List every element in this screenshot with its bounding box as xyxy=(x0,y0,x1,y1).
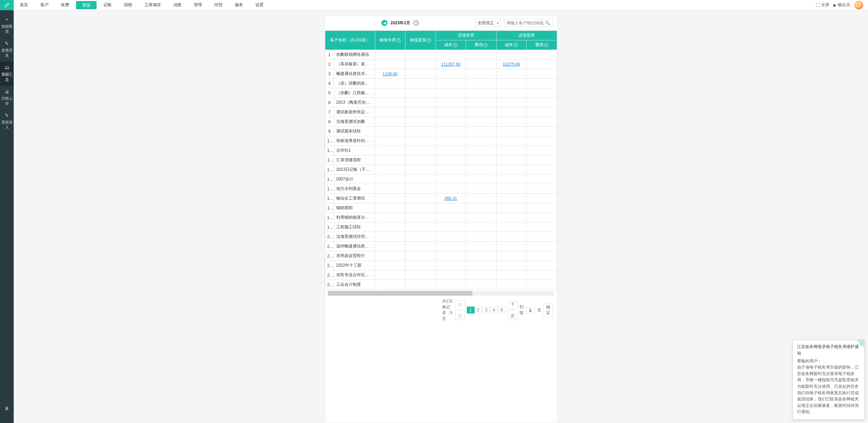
table-cell xyxy=(527,69,557,79)
nav-item-8[interactable]: 管理 xyxy=(188,0,208,10)
table-cell xyxy=(527,107,557,117)
table-cell: 沈海英测试勿删 xyxy=(334,117,375,127)
member-label: 畅会员 xyxy=(838,2,850,8)
panel-header: ◀ 2023年3月 ▶ 全部员工 🔍 xyxy=(325,15,557,30)
data-table: 客户名称（共131家） 销项专票? 销项普票? 进项专票 进项普票 成本? 费用… xyxy=(325,30,557,290)
nav-item-9[interactable]: 经营 xyxy=(208,0,229,10)
table-cell xyxy=(527,155,557,165)
table-cell xyxy=(496,165,527,175)
table-row: 7测试账套的凭证打印的时候... xyxy=(325,107,557,117)
table-row: 18利用辅助核算分析每种商... xyxy=(325,213,557,222)
table-cell[interactable]: 266.31 xyxy=(436,194,466,203)
sidebar-item-4[interactable]: ✎票据录入 xyxy=(0,110,14,133)
pager-page-5[interactable]: 5 xyxy=(498,307,506,313)
table-cell xyxy=(436,232,466,242)
table-cell xyxy=(496,127,527,136)
table-cell xyxy=(466,203,496,213)
nav-item-5[interactable]: 报税 xyxy=(118,0,138,10)
table-row: 22东明县设置鞋行 xyxy=(325,251,557,261)
sidebar-bottom-button[interactable]: 🖥 xyxy=(0,402,14,416)
table-cell xyxy=(436,261,466,270)
help-icon[interactable]: ? xyxy=(397,38,401,42)
month-label: 2023年3月 xyxy=(390,20,410,26)
table-cell: 15 xyxy=(325,184,334,194)
nav-item-7[interactable]: 消息 xyxy=(167,0,188,10)
table-cell xyxy=(496,261,527,270)
amount-link[interactable]: 111267.60 xyxy=(441,62,461,67)
amount-link[interactable]: 1130.00 xyxy=(383,72,398,76)
table-cell xyxy=(527,213,557,222)
pager-page-1[interactable]: 1 xyxy=(467,307,475,313)
help-icon[interactable]: ? xyxy=(427,38,431,42)
table-cell: 汇算清缴流程 xyxy=(334,155,375,165)
table-cell xyxy=(496,232,527,242)
amount-link[interactable]: 266.31 xyxy=(444,196,457,201)
table-cell xyxy=(466,175,496,184)
employee-select[interactable]: 全部员工 xyxy=(475,19,501,27)
logo[interactable] xyxy=(0,0,14,10)
prev-month-button[interactable]: ◀ xyxy=(381,20,388,26)
table-cell xyxy=(527,203,557,213)
pager-confirm[interactable]: 确定 xyxy=(543,303,553,317)
member-button[interactable]: ▶ 畅会员 xyxy=(833,2,850,8)
th-pn-cost: 成本? xyxy=(496,40,527,50)
table-cell xyxy=(375,194,405,203)
help-icon[interactable]: ? xyxy=(453,43,457,47)
scrollbar-thumb[interactable] xyxy=(328,291,473,296)
nav-item-3[interactable]: 票据 xyxy=(76,1,97,9)
employee-select-value: 全部员工 xyxy=(478,20,494,26)
table-cell xyxy=(375,270,405,280)
pager-page-2[interactable]: 2 xyxy=(475,307,482,313)
nav-item-6[interactable]: 工商项目 xyxy=(138,0,167,10)
pager-page-3[interactable]: 3 xyxy=(482,307,490,313)
table-cell xyxy=(496,280,527,290)
pager-prev[interactable]: 上一页 xyxy=(455,300,465,320)
table-cell: 20 xyxy=(325,232,334,242)
table-cell xyxy=(405,261,436,270)
sidebar-item-3[interactable]: 🖨扫描上传 xyxy=(0,86,14,110)
table-cell[interactable]: 111267.60 xyxy=(436,60,466,69)
table-cell xyxy=(436,242,466,251)
th-sales-special: 销项专票? xyxy=(375,31,405,50)
nav-item-1[interactable]: 客户 xyxy=(34,0,55,10)
nav-item-10[interactable]: 服务 xyxy=(229,0,249,10)
toast-greeting: 尊敬的用户： xyxy=(797,358,860,364)
close-icon[interactable]: × xyxy=(860,342,862,348)
table-cell: 2013日记账（不要删除哈... xyxy=(334,165,375,175)
help-icon[interactable]: ? xyxy=(544,43,548,47)
table-cell xyxy=(436,184,466,194)
table-cell: 13 xyxy=(325,165,334,175)
nav-item-11[interactable]: 设置 xyxy=(249,0,270,10)
sidebar-icon: ✎ xyxy=(4,112,10,118)
table-row: 19工程施工结转 xyxy=(325,222,557,232)
table-row: 10张家港厚道针织品有限公... xyxy=(325,136,557,146)
nav-item-2[interactable]: 收费 xyxy=(55,0,75,10)
help-icon[interactable]: ? xyxy=(483,43,488,47)
fullscreen-button[interactable]: ⛶ 全屏 xyxy=(816,2,829,8)
search-input[interactable] xyxy=(506,21,544,25)
horizontal-scrollbar[interactable] xyxy=(328,291,554,296)
sidebar-item-2[interactable]: 🗂票据汇总 xyxy=(0,62,14,86)
pager-next[interactable]: 下一页 xyxy=(508,300,517,320)
pager-goto-input[interactable] xyxy=(526,307,535,313)
table-cell[interactable]: 10275.09 xyxy=(496,60,527,69)
table-cell xyxy=(496,107,527,117)
table-cell[interactable]: 1130.00 xyxy=(375,69,405,79)
table-cell: 沈海英测试经营勿删 xyxy=(334,232,375,242)
search-icon[interactable]: 🔍 xyxy=(544,21,551,25)
toast-text: 由于省电子税务局升级的影响，江苏政务网暂时无法登录电子税务局，导致一键报税与无盘… xyxy=(797,364,860,415)
next-month-button[interactable]: ▶ xyxy=(413,20,419,26)
sidebar-item-1[interactable]: ✎发票开具 xyxy=(0,38,14,62)
table-cell xyxy=(496,222,527,232)
table-cell: 工会会计制度 xyxy=(334,280,375,290)
table-cell xyxy=(496,69,527,79)
pager-page-4[interactable]: 4 xyxy=(490,307,498,313)
avatar[interactable] xyxy=(854,1,863,10)
nav-item-0[interactable]: 首页 xyxy=(14,0,34,10)
amount-link[interactable]: 10275.09 xyxy=(503,62,520,67)
nav-item-4[interactable]: 记账 xyxy=(97,0,118,10)
help-icon[interactable]: ? xyxy=(514,43,518,47)
sidebar-item-0[interactable]: ＋智能取票 xyxy=(0,14,14,38)
table-cell xyxy=(496,98,527,107)
table-row: 5（勿删）江西服宝-LSS xyxy=(325,88,557,98)
